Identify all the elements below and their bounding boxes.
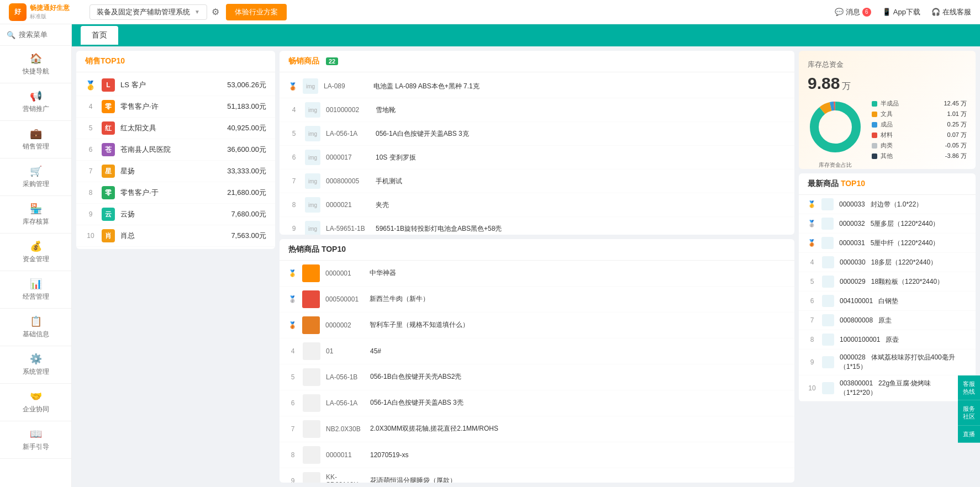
product-name: 手机测试 [376,177,786,186]
sidebar-item-enterprise[interactable]: 🤝 企业协同 [0,384,71,421]
product-item: 5 img LA-056-1A 056-1A白色按键开关盖ABS 3克 [280,122,794,146]
hot-name: 新西兰牛肉（新牛） [370,294,786,304]
tab-home-label: 首页 [92,30,107,39]
sidebar-item-finance[interactable]: 💰 资金管理 [0,234,71,271]
customer-amount-5: 33,333.00元 [227,166,266,176]
legend-item-4: 肉类 -0.05 万 [872,141,967,150]
newest-info: 0000029 18颗粒板（1220*2440） [840,277,967,287]
legend-name-0: 半成品 [881,99,940,108]
newest-item: 🥇 0000033 封边带（1.0*22） [799,195,976,214]
list-item: 6 苍 苍南县人民医院 36,600.00元 [76,139,275,161]
inventory-panel: 库存总资金 9.88 万 [799,51,976,169]
product-name: 10S 变刹罗扳 [376,153,786,162]
newest-name: 原壶 [886,336,899,343]
newest-img [822,382,834,394]
sidebar-item-label-basic: 基础信息 [23,330,49,339]
tab-home[interactable]: 首页 [81,26,118,45]
sidebar-item-system[interactable]: ⚙️ 系统管理 [0,346,71,384]
hot-code: LA-056-1B [326,373,365,381]
product-code: LA-59651-1B [326,225,370,232]
bestseller-list: 🥉 img LA-089 电池盖 LA-089 ABS本色+黑种 7.1克 4 … [280,72,794,235]
sidebar-item-purchase[interactable]: 🛒 采购管理 [0,158,71,196]
newest-code: 0000032 [839,220,865,227]
app-download-button[interactable]: 📱 App下载 [882,7,920,17]
avatar-7: 云 [102,208,115,221]
sidebar-item-home[interactable]: 🏠 快捷导航 [0,46,71,83]
legend-item-2: 成品 0.25 万 [872,120,967,129]
sidebar-item-basic[interactable]: 📋 基础信息 [0,309,71,346]
message-button[interactable]: 💬 消息 6 [835,7,871,17]
product-code: 000800005 [326,177,370,185]
newest-code: 0000028 [840,353,866,361]
legend-name-3: 材料 [881,131,944,139]
service-button[interactable]: 🎧 在线客服 [931,7,971,17]
legend-name-2: 成品 [881,120,944,129]
newest-products-header: 最新商品 TOP10 [799,173,976,195]
hot-rank: 9 [288,477,297,483]
customer-name-7: 云扬 [120,209,225,219]
newest-name: 18颗粒板（1220*2440） [871,278,944,285]
avatar-4: 苍 [102,143,115,156]
inventory-icon: 🏪 [30,203,42,215]
newest-code: 0000033 [839,200,865,208]
legend-val-2: 0.25 万 [947,120,967,129]
sidebar-item-newbie[interactable]: 📖 新手引导 [0,421,71,459]
product-thumb: img [305,197,320,213]
list-item: 🥇 L LS 客户 53,006.26元 [76,75,275,96]
sidebar: 🔍 搜索菜单 🏠 快捷导航 📢 营销推广 💼 销售管理 🛒 采购管理 🏪 库存核… [0,24,72,487]
trial-button[interactable]: 体验行业方案 [226,4,287,20]
float-btn-live[interactable]: 直播 [958,426,980,443]
sidebar-item-sales[interactable]: 💼 销售管理 [0,121,71,158]
customer-amount-6: 21,680.00元 [227,188,266,198]
hot-item: 6 LA-056-1A 056-1A白色按键开关盖ABS 3壳 [280,390,794,416]
hot-item: 9 KK-SD22110H 花语萌恒温分腿睡袋（厚款） [280,468,794,483]
product-code: 0000021 [326,201,370,209]
hot-img-9 [303,472,320,483]
system-selector[interactable]: 装备及固定资产辅助管理系统 ▼ [89,4,207,20]
hot-code: 0000011 [326,451,365,459]
float-btn-community[interactable]: 服务 社区 [958,400,980,426]
hot-img-6 [303,394,320,412]
product-name: 056-1A白色按键开关盖ABS 3克 [376,129,786,139]
newest-img [821,218,834,230]
sidebar-item-label-home: 快捷导航 [23,67,49,76]
newest-info: 004100001 白钢垫 [840,297,967,306]
float-btn-service[interactable]: 客服 热线 [958,375,980,401]
hot-name: 花语萌恒温分腿睡袋（厚款） [370,476,786,483]
rank-num: 9 [288,225,299,232]
legend-name-5: 其他 [881,152,942,160]
search-menu-item[interactable]: 🔍 搜索菜单 [0,24,71,46]
legend-val-0: 12.45 万 [944,99,967,108]
newest-top10-label: TOP10 [841,179,865,188]
product-item: 4 img 001000002 雪地靴 [280,98,794,122]
newest-info: 003800001 22g鱼豆腐·烧烤味（1*12*20） [840,379,967,398]
content-area: 销售TOP10 🥇 L LS 客户 53,006.26元 4 零 零售客户·许 [72,46,980,487]
customer-amount-8: 7,563.00元 [231,231,266,241]
legend-val-1: 1.01 万 [947,110,967,118]
inventory-title: 库存总资金 [808,60,967,70]
sidebar-item-management[interactable]: 📊 经营管理 [0,271,71,309]
customer-amount-3: 40,925.00元 [227,123,266,133]
sidebar-item-label-system: 系统管理 [23,367,49,377]
rank-num-6: 8 [85,189,96,197]
sidebar-item-marketing[interactable]: 📢 营销推广 [0,83,71,121]
legend-item-3: 材料 0.07 万 [872,131,967,139]
newest-item: 7 000800008 原圭 [799,311,976,330]
list-item: 9 云 云扬 7,680.00元 [76,204,275,225]
product-code: 0000017 [326,153,370,161]
hot-code: 01 [326,347,365,355]
newest-name: 原圭 [878,316,892,324]
settings-icon[interactable]: ⚙ [212,7,219,17]
product-name: 电池盖 LA-089 ABS本色+黑种 7.1克 [373,82,786,91]
float-buttons: 客服 热线 服务 社区 直播 [958,375,980,443]
hot-code: KK-SD22110H [326,473,365,483]
hot-rank: 4 [288,347,297,355]
left-section: 销售TOP10 🥇 L LS 客户 53,006.26元 4 零 零售客户·许 [76,51,275,483]
sidebar-item-label-purchase: 采购管理 [23,179,49,189]
hot-rank: 7 [288,425,297,433]
sidebar-item-label-management: 经营管理 [23,292,49,301]
top-right-area: 💬 消息 6 📱 App下载 🎧 在线客服 [835,7,971,17]
newest-img [822,295,834,307]
main-content: 首页 销售TOP10 🥇 L LS 客户 53,006.26元 [72,24,980,487]
sidebar-item-inventory[interactable]: 🏪 库存核算 [0,196,71,234]
